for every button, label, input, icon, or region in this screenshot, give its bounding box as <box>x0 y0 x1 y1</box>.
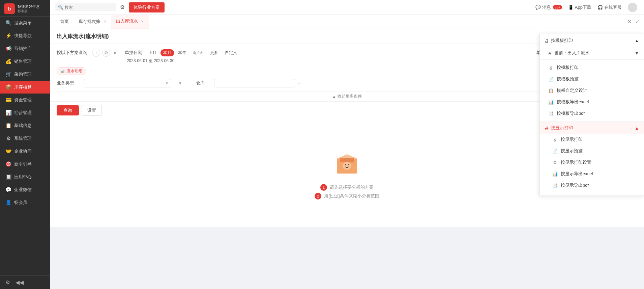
message-btn[interactable]: 💬 消息 99+ <box>535 4 562 10</box>
display-print-section-header[interactable]: 🖨 按显示打印 ▲ <box>540 122 644 134</box>
sidebar-item-system[interactable]: ⚙ 系统管理 <box>0 132 50 145</box>
wechat-label: 企业微信 <box>14 187 32 193</box>
basic-info-icon: 📋 <box>5 123 11 129</box>
set-default-item[interactable]: ⚙ 设置默认功能 ▼ <box>540 193 644 196</box>
sidebar-item-operations[interactable]: 📊 经营管理 <box>0 106 50 119</box>
member-icon: 👤 <box>5 200 11 206</box>
inventory-icon: 📦 <box>5 84 11 90</box>
system-icon: ⚙ <box>5 135 11 141</box>
sidebar-item-purchase[interactable]: 🛒 采购管理 <box>0 68 50 81</box>
template-preview-item[interactable]: 📄 按模板预览 <box>540 73 644 85</box>
dropdown-header: 🖨 按模板打印 ▲ <box>540 34 644 47</box>
excel-item-icon: 📊 <box>548 100 554 105</box>
sidebar-item-marketing[interactable]: 📢 营销推广 <box>0 42 50 55</box>
app-center-label: 应用中心 <box>14 174 32 180</box>
display-print-section-icon: 🖨 <box>545 126 549 131</box>
search-wrap: 🔍 <box>55 3 116 11</box>
purchase-label: 采购管理 <box>14 71 32 77</box>
filter-settings-btn[interactable]: ⚙ <box>102 49 110 57</box>
date-pill-7days[interactable]: 近7天 <box>190 49 206 56</box>
sales-label: 销售管理 <box>14 58 32 64</box>
settings-icon[interactable]: ⚙ <box>5 279 10 286</box>
dropdown-chevron-up[interactable]: ▲ <box>635 38 639 43</box>
dropdown-current[interactable]: 🖨 当前：出入库流水 ▼ <box>540 47 644 59</box>
app-download-btn[interactable]: 📱 App下载 <box>568 4 591 10</box>
collapse-icon[interactable]: ◀◀ <box>16 279 24 286</box>
empty-step-2: 2 用[过滤]条件来缩小分析范围 <box>315 193 379 200</box>
template-print-item[interactable]: 🖨 按模板打印 <box>540 62 644 73</box>
warehouse-more-icon[interactable]: ··· <box>296 81 300 86</box>
date-pill-custom[interactable]: 自定义 <box>222 49 240 56</box>
date-pill-this-year[interactable]: 本年 <box>175 49 189 56</box>
inventory-label: 库存核算 <box>14 84 32 90</box>
business-type-select[interactable] <box>84 79 171 87</box>
settings-btn[interactable]: 设置 <box>82 105 102 116</box>
tab-close-flow[interactable]: × <box>141 19 144 24</box>
template-custom-item[interactable]: 📋 模板自定义设计 <box>540 85 644 96</box>
quick-nav-icon: ⚡ <box>5 33 11 39</box>
svg-point-5 <box>348 164 349 165</box>
sidebar-item-finance[interactable]: 💳 资金管理 <box>0 94 50 106</box>
industry-btn[interactable]: 体验行业方案 <box>129 2 165 12</box>
app-name: 畅捷通好生意 <box>18 4 40 9</box>
business-type-label: 业务类型 <box>57 78 74 88</box>
template-export-excel-item[interactable]: 📊 按模板导出excel <box>540 96 644 108</box>
display-preview-item[interactable]: 📄 按显示预览 <box>540 145 644 157</box>
user-avatar[interactable] <box>628 3 639 12</box>
guide-icon: 🎯 <box>5 161 11 167</box>
sidebar-item-basic-info[interactable]: 📋 基础信息 <box>0 119 50 132</box>
topbar: 🔍 ⚙ 体验行业方案 💬 消息 99+ 📱 App下载 🎧 在线客服 <box>50 0 644 15</box>
disp-settings-icon: ⚙ <box>552 160 558 165</box>
topbar-gear-icon[interactable]: ⚙ <box>120 4 125 10</box>
tab-close-batch[interactable]: × <box>104 19 106 24</box>
page-title: 出入库流水(流水明细) <box>57 33 109 44</box>
tab-label-home: 首页 <box>60 19 69 25</box>
maximize-btn[interactable]: ⤢ <box>634 17 641 26</box>
empty-illustration <box>330 145 364 179</box>
filter-collapse-btn[interactable]: « <box>112 50 118 56</box>
app-edition: 标准版 <box>18 9 40 14</box>
sidebar-item-quick-nav[interactable]: ⚡ 快捷导航 <box>0 29 50 42</box>
finance-icon: 💳 <box>5 97 11 103</box>
sidebar-item-inventory[interactable]: 📦 库存核算 <box>0 81 50 94</box>
template-print-section: 🖨 按模板打印 📄 按模板预览 📋 模板自定义设计 📊 按模板导出excel 📑… <box>540 60 644 121</box>
system-label: 系统管理 <box>14 135 32 141</box>
warehouse-input[interactable] <box>214 79 295 87</box>
tab-flow[interactable]: 出入库流水× <box>111 15 149 28</box>
filter-add-btn[interactable]: + <box>92 49 100 57</box>
online-service-btn[interactable]: 🎧 在线客服 <box>597 4 622 10</box>
display-print-settings-item[interactable]: ⚙ 按显示打印设置 <box>540 157 644 168</box>
sidebar-item-wechat[interactable]: 💬 企业微信 <box>0 183 50 196</box>
search-input[interactable] <box>65 5 109 10</box>
date-pill-last-month[interactable]: 上月 <box>146 49 159 56</box>
filter-tag-icon: 📊 <box>60 69 65 73</box>
display-export-pdf-item[interactable]: 📑 按显示导出pdf <box>540 180 644 191</box>
sidebar-item-guide[interactable]: 🎯 新手引导 <box>0 158 50 170</box>
sidebar-item-enterprise[interactable]: 🤝 企业协同 <box>0 145 50 158</box>
message-badge: 99+ <box>553 5 562 9</box>
business-dropdown-icon[interactable]: ▼ <box>178 81 182 86</box>
svg-point-3 <box>343 162 351 170</box>
custom-item-icon: 📋 <box>548 88 554 93</box>
filter-label-group: 按以下方案查询 + ⚙ « <box>57 48 118 57</box>
sidebar-item-app-center[interactable]: 🔲 应用中心 <box>0 170 50 183</box>
close-tab-btn[interactable]: ✕ <box>626 17 633 26</box>
sidebar-item-search[interactable]: 🔍 搜索菜单 <box>0 17 50 29</box>
operations-icon: 📊 <box>5 110 11 116</box>
operations-label: 经营管理 <box>14 110 32 116</box>
display-export-excel-item[interactable]: 📊 按显示导出excel <box>540 168 644 180</box>
disp-excel-icon: 📊 <box>552 172 558 177</box>
tab-batch[interactable]: 库存批次账× <box>74 15 111 28</box>
divider-1 <box>540 59 644 60</box>
date-pill-this-month[interactable]: 本月 <box>160 49 174 56</box>
sidebar-bottom: ⚙ ◀◀ <box>0 275 50 289</box>
current-icon: 🖨 <box>548 51 552 56</box>
tabs-right: ✕ ⤢ <box>626 17 644 26</box>
sidebar-item-sales[interactable]: 💰 销售管理 <box>0 55 50 68</box>
query-btn[interactable]: 查询 <box>57 105 79 115</box>
date-pill-more[interactable]: 更多 <box>207 49 221 56</box>
sidebar-item-member[interactable]: 👤 畅会员 <box>0 196 50 209</box>
tab-home[interactable]: 首页 <box>55 15 74 28</box>
template-export-pdf-item[interactable]: 📑 按模板导出pdf <box>540 108 644 119</box>
display-print-item[interactable]: 🖨 按显示打印 <box>540 134 644 145</box>
